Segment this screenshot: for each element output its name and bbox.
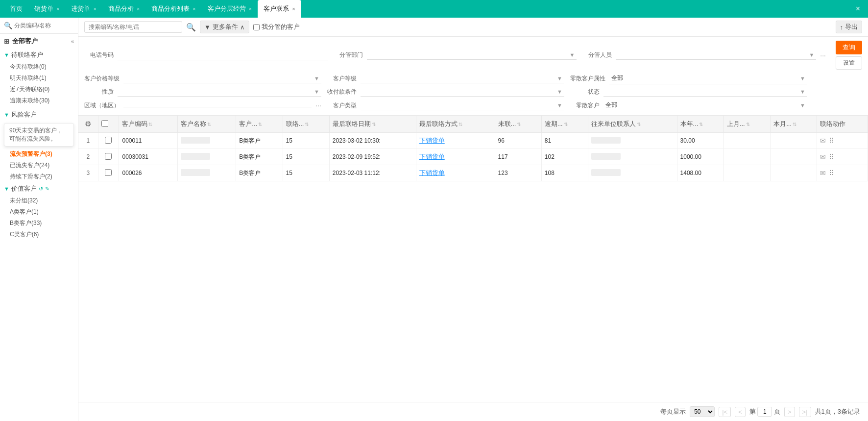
dept-select[interactable]: ▼ — [367, 50, 577, 60]
row-last-way-1[interactable]: 下销货单 — [416, 133, 495, 149]
manager-select[interactable]: ▼ — [616, 50, 816, 60]
price-level-label: 客户价格等级 — [84, 74, 120, 83]
adv-filter-row-1: 电话号码 分管部门 ▼ 分管人员 ▼ ··· — [84, 41, 862, 70]
sidebar-item-class-a[interactable]: A类客户(1) — [0, 206, 78, 218]
settings-column-header[interactable]: ⚙ — [78, 116, 98, 133]
tab-home[interactable]: 首页 — [4, 0, 28, 18]
tab-analysis-list[interactable]: 商品分析列表 × — [145, 0, 201, 18]
status-select[interactable]: ▼ — [603, 87, 807, 97]
sidebar-item-tomorrow[interactable]: 明天待联络(1) — [0, 73, 78, 84]
my-customers-checkbox[interactable] — [253, 24, 260, 30]
sort-icon[interactable]: ⇅ — [793, 122, 796, 127]
prev-page-button[interactable]: < — [735, 407, 746, 417]
sort-icon[interactable]: ⇅ — [305, 122, 309, 127]
row-select-checkbox[interactable] — [105, 169, 112, 176]
section-risk-customer[interactable]: ▼ 风险客户 — [0, 108, 78, 121]
settings-button[interactable]: 设置 — [836, 56, 862, 70]
sidebar-item-unclassified[interactable]: 未分组(32) — [0, 195, 78, 206]
sidebar-search-input[interactable] — [14, 22, 74, 29]
tab-sales[interactable]: 销货单 × — [28, 0, 65, 18]
customer-type-select[interactable]: ▼ — [361, 101, 564, 110]
first-page-button[interactable]: |< — [719, 407, 731, 417]
retail-customer-select[interactable]: 全部 ▼ — [603, 99, 807, 111]
sort-icon[interactable]: ⇅ — [517, 122, 521, 127]
close-purchase-tab[interactable]: × — [93, 6, 96, 12]
sidebar-item-class-b[interactable]: B类客户(33) — [0, 218, 78, 229]
close-customer-contact-tab[interactable]: × — [292, 6, 295, 12]
field-retail-attr: 零散客户属性 全部 ▼ — [570, 73, 807, 84]
settings-gear-icon[interactable]: ⚙ — [85, 120, 91, 128]
row-uncontacted-3: 123 — [495, 165, 541, 181]
row-checkbox-3[interactable] — [98, 165, 119, 181]
row-select-checkbox[interactable] — [105, 137, 112, 144]
page-number-input[interactable] — [757, 407, 772, 417]
query-button[interactable]: 查询 — [836, 41, 862, 54]
sidebar-item-class-c[interactable]: C类客户(6) — [0, 229, 78, 240]
close-customer-layer-tab[interactable]: × — [249, 6, 252, 12]
more-action-icon[interactable]: ⠿ — [829, 137, 834, 145]
sort-icon[interactable]: ⇅ — [148, 122, 152, 127]
more-dots-manager[interactable]: ··· — [820, 51, 826, 59]
more-dots-region[interactable]: ··· — [315, 101, 321, 109]
message-icon[interactable]: ✉ — [820, 153, 826, 161]
search-input[interactable] — [84, 21, 182, 33]
close-analysis-list-tab[interactable]: × — [193, 6, 195, 12]
next-page-button[interactable]: > — [784, 407, 795, 417]
search-button[interactable]: 🔍 — [186, 23, 196, 32]
row-checkbox-2[interactable] — [98, 149, 119, 165]
collapse-icon[interactable]: « — [71, 38, 74, 44]
more-conditions-button[interactable]: ▼ 更多条件 ∧ — [200, 21, 249, 33]
payment-select[interactable]: ▼ — [361, 87, 564, 97]
sidebar-item-today[interactable]: 今天待联络(0) — [0, 61, 78, 73]
row-last-way-2[interactable]: 下销货单 — [416, 149, 495, 165]
sidebar-item-churned[interactable]: 已流失客户(24) — [0, 160, 78, 171]
customer-grade-select[interactable]: ▼ — [361, 74, 564, 83]
sort-icon[interactable]: ⇅ — [372, 122, 376, 127]
sort-icon[interactable]: ⇅ — [258, 122, 262, 127]
more-action-icon[interactable]: ⠿ — [829, 153, 834, 161]
section-value-customer[interactable]: ▼ 价值客户 ↺ ✎ — [0, 182, 78, 195]
tab-analysis[interactable]: 商品分析 × — [102, 0, 145, 18]
sort-icon[interactable]: ⇅ — [207, 122, 211, 127]
section-pending-contact[interactable]: ▼ 待联络客户 — [0, 49, 78, 61]
my-customers-checkbox-label[interactable]: 我分管的客户 — [253, 23, 300, 31]
price-level-select[interactable]: ▼ — [123, 74, 321, 83]
sort-icon[interactable]: ⇅ — [746, 122, 750, 127]
sidebar-item-7days[interactable]: 近7天待联络(0) — [0, 84, 78, 95]
row-person-1 — [588, 133, 677, 149]
row-index-1: 1 — [78, 133, 98, 149]
sidebar-item-overdue[interactable]: 逾期未联络(30) — [0, 95, 78, 106]
message-icon[interactable]: ✉ — [820, 137, 826, 145]
select-all-checkbox[interactable] — [101, 120, 108, 127]
close-analysis-tab[interactable]: × — [137, 6, 140, 12]
tab-customer-layer[interactable]: 客户分层经营 × — [202, 0, 258, 18]
sort-icon[interactable]: ⇅ — [699, 122, 703, 127]
customer-grade-label: 客户等级 — [327, 74, 357, 83]
chevron-down-icon: ▼ — [800, 75, 805, 81]
window-close-button[interactable]: × — [852, 4, 864, 13]
export-button[interactable]: ↑ 导出 — [836, 21, 863, 33]
checkbox-column-header[interactable] — [98, 116, 119, 133]
nature-select[interactable]: ▼ — [118, 87, 321, 97]
edit-icon[interactable]: ✎ — [45, 186, 49, 192]
tab-purchase[interactable]: 进货单 × — [65, 0, 102, 18]
sort-icon[interactable]: ⇅ — [637, 122, 641, 127]
per-page-select[interactable]: 50 100 200 — [690, 406, 715, 417]
row-last-way-3[interactable]: 下销货单 — [416, 165, 495, 181]
row-checkbox-1[interactable] — [98, 133, 119, 149]
sidebar-item-declining[interactable]: 持续下滑客户(2) — [0, 171, 78, 182]
refresh-icon[interactable]: ↺ — [39, 186, 43, 192]
all-customers-header[interactable]: ⊞ 全部客户 « — [0, 34, 78, 49]
retail-attr-select[interactable]: 全部 ▼ — [609, 73, 807, 84]
last-page-button[interactable]: >| — [799, 407, 811, 417]
more-action-icon[interactable]: ⠿ — [829, 169, 834, 177]
row-select-checkbox[interactable] — [105, 153, 112, 160]
sort-icon[interactable]: ⇅ — [564, 122, 568, 127]
message-icon[interactable]: ✉ — [820, 169, 826, 177]
sidebar-item-churn-warning[interactable]: 流失预警客户(3) — [0, 149, 78, 160]
phone-input[interactable] — [118, 50, 328, 60]
tab-customer-contact[interactable]: 客户联系 × — [258, 0, 301, 18]
sort-icon[interactable]: ⇅ — [458, 122, 462, 127]
region-select[interactable] — [123, 104, 312, 107]
close-sales-tab[interactable]: × — [56, 6, 59, 12]
